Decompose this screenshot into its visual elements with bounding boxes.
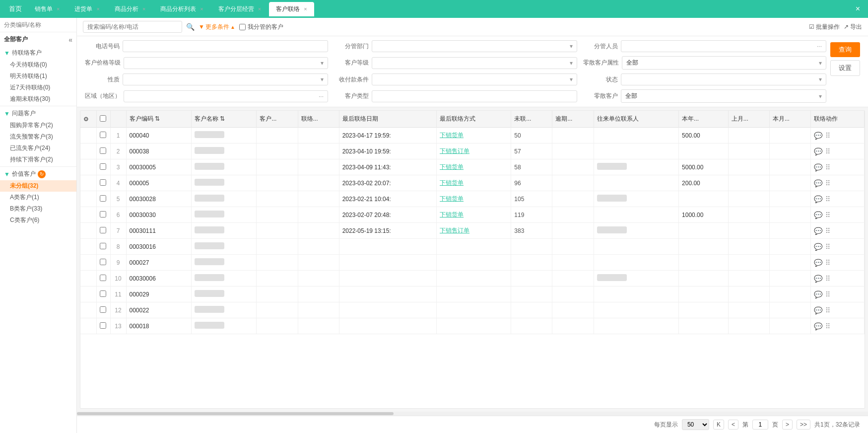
sidebar-collapse-icon[interactable]: «	[68, 36, 72, 44]
tab-customer-tiered[interactable]: 客户分层经营 ×	[211, 2, 268, 16]
my-customers-checkbox[interactable]: 我分管的客户	[239, 23, 283, 31]
grid-icon[interactable]: ⠿	[825, 243, 830, 251]
grid-icon[interactable]: ⠿	[825, 227, 830, 235]
row-checkbox[interactable]	[100, 290, 106, 297]
filter-search-input[interactable]	[83, 21, 182, 33]
contact-method-link[interactable]: 下销货单	[440, 195, 464, 202]
td-checkbox[interactable]	[96, 255, 110, 271]
grid-icon[interactable]: ⠿	[825, 322, 830, 330]
chat-icon[interactable]: 💬	[814, 227, 822, 235]
td-checkbox[interactable]	[96, 318, 110, 334]
filter-input-customer-type[interactable]	[372, 90, 577, 102]
row-checkbox[interactable]	[100, 227, 106, 233]
close-tab-icon[interactable]: ×	[96, 6, 99, 12]
filter-select-scatter[interactable]: 全部 ▾	[621, 89, 826, 103]
row-checkbox[interactable]	[100, 275, 106, 281]
row-checkbox[interactable]	[100, 322, 106, 329]
grid-icon[interactable]: ⠿	[825, 195, 830, 203]
chat-icon[interactable]: 💬	[814, 163, 822, 171]
td-checkbox[interactable]	[96, 302, 110, 318]
row-checkbox[interactable]	[100, 179, 106, 186]
contact-method-link[interactable]: 下销货单	[440, 211, 464, 218]
page-number-input[interactable]	[752, 420, 768, 430]
row-checkbox[interactable]	[100, 211, 106, 217]
td-checkbox[interactable]	[96, 223, 110, 239]
export-btn[interactable]: ↗ 导出	[844, 23, 862, 31]
sidebar-item-churned[interactable]: 已流失客户(24)	[0, 143, 76, 154]
grid-icon[interactable]: ⠿	[825, 132, 830, 140]
tab-home[interactable]: 首页	[4, 1, 27, 16]
filter-select-region[interactable]: ···	[124, 90, 328, 102]
td-checkbox[interactable]	[96, 191, 110, 207]
row-checkbox[interactable]	[100, 147, 106, 154]
filter-input-phone[interactable]	[123, 40, 328, 52]
tab-product-analysis[interactable]: 商品分析 ×	[108, 2, 152, 16]
td-checkbox[interactable]	[96, 287, 110, 302]
grid-icon[interactable]: ⠿	[825, 275, 830, 283]
per-page-select[interactable]: 50 100 200	[682, 419, 709, 430]
last-page-btn[interactable]: >>	[797, 420, 810, 430]
first-page-btn[interactable]: K	[713, 420, 724, 430]
row-checkbox[interactable]	[100, 243, 106, 249]
more-conditions-btn[interactable]: ▼ 更多条件 ▲	[199, 23, 235, 31]
sidebar-item-tomorrow-pending[interactable]: 明天待联络(1)	[0, 71, 76, 82]
horizontal-scrollbar[interactable]	[77, 412, 868, 416]
tab-product-analysis-list[interactable]: 商品分析列表 ×	[153, 2, 210, 16]
td-checkbox[interactable]	[96, 271, 110, 287]
tab-sales-order[interactable]: 销售单 ×	[28, 2, 67, 16]
refresh-badge[interactable]: ↻	[38, 170, 46, 178]
chat-icon[interactable]: 💬	[814, 211, 822, 219]
th-checkbox[interactable]	[96, 111, 110, 128]
chat-icon[interactable]: 💬	[814, 147, 822, 155]
row-checkbox[interactable]	[100, 195, 106, 202]
chat-icon[interactable]: 💬	[814, 275, 822, 283]
close-tab-icon[interactable]: ×	[142, 6, 145, 12]
sidebar-group-value[interactable]: ▼ 价值客户 ↻	[0, 168, 76, 180]
chat-icon[interactable]: 💬	[814, 132, 822, 140]
all-customers-header[interactable]: 全部客户 «	[0, 32, 76, 47]
td-checkbox[interactable]	[96, 175, 110, 191]
select-all-checkbox[interactable]	[100, 115, 106, 122]
sidebar-item-overdue-pending[interactable]: 逾期未联络(30)	[0, 93, 76, 105]
filter-select-grade[interactable]: ▾	[372, 57, 577, 69]
filter-select-nature[interactable]: ▾	[123, 73, 328, 85]
row-checkbox[interactable]	[100, 259, 106, 265]
prev-page-btn[interactable]: <	[728, 420, 738, 430]
close-tab-active-icon[interactable]: ×	[304, 6, 307, 12]
grid-icon[interactable]: ⠿	[825, 259, 830, 267]
row-checkbox[interactable]	[100, 132, 106, 138]
contact-method-link[interactable]: 下销售订单	[440, 147, 469, 154]
next-page-btn[interactable]: >	[782, 420, 793, 430]
filter-select-person[interactable]: ···	[621, 40, 826, 52]
th-gear[interactable]: ⚙	[80, 111, 96, 128]
filter-select-payment[interactable]: ▾	[372, 73, 577, 85]
th-name[interactable]: 客户名称 ⇅	[191, 111, 256, 128]
row-checkbox[interactable]	[100, 306, 106, 313]
chat-icon[interactable]: 💬	[814, 243, 822, 251]
filter-search-btn[interactable]: 🔍	[186, 23, 195, 31]
sidebar-item-7days-pending[interactable]: 近7天待联络(0)	[0, 82, 76, 93]
sidebar-item-declining[interactable]: 持续下滑客户(2)	[0, 154, 76, 165]
sidebar-item-classC[interactable]: C类客户(6)	[0, 215, 76, 226]
batch-operation-btn[interactable]: ☑ 批量操作	[809, 23, 840, 31]
filter-select-status[interactable]: ▾	[621, 73, 826, 85]
contact-method-link[interactable]: 下销货单	[440, 132, 464, 139]
sidebar-item-classA[interactable]: A类客户(1)	[0, 192, 76, 203]
td-checkbox[interactable]	[96, 128, 110, 144]
sidebar-search-input[interactable]	[4, 21, 77, 28]
grid-icon[interactable]: ⠿	[825, 179, 830, 187]
td-checkbox[interactable]	[96, 144, 110, 159]
close-tab-icon[interactable]: ×	[57, 6, 60, 12]
sidebar-item-churn-warning[interactable]: 流失预警客户(3)	[0, 131, 76, 143]
sidebar-item-ungroup[interactable]: 未分组(32)	[0, 180, 76, 192]
chat-icon[interactable]: 💬	[814, 195, 822, 203]
my-customers-check[interactable]	[239, 24, 246, 30]
contact-method-link[interactable]: 下销货单	[440, 179, 464, 186]
td-checkbox[interactable]	[96, 239, 110, 255]
chat-icon[interactable]: 💬	[814, 179, 822, 187]
th-code[interactable]: 客户编码 ⇅	[126, 111, 191, 128]
grid-icon[interactable]: ⠿	[825, 147, 830, 155]
filter-select-price-grade[interactable]: ▾	[124, 57, 328, 69]
filter-select-dept[interactable]: ▾	[372, 40, 577, 52]
sidebar-item-today-pending[interactable]: 今天待联络(0)	[0, 59, 76, 71]
